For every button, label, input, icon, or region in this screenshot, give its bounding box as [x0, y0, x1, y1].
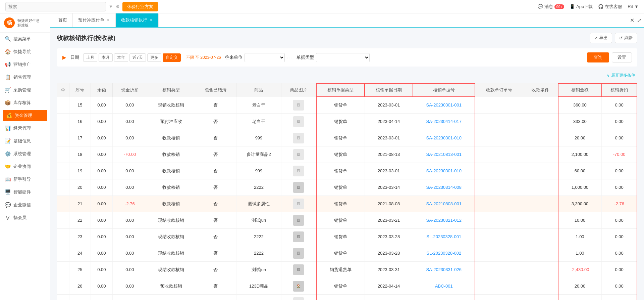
date-btn-7days[interactable]: 近7天 — [129, 53, 146, 62]
sidebar-item-quick-nav[interactable]: 🏠快捷导航 — [0, 45, 50, 58]
top-bar-search-area: ▼ ⚙ 休验行业方案 — [5, 2, 534, 11]
tab-prepay[interactable]: 预付冲应付单 × — [73, 13, 116, 27]
cancel-no-link[interactable]: SL-20230328-002 — [426, 251, 461, 256]
sidebar-item-finance[interactable]: 💰资金管理 — [3, 110, 47, 121]
voucher-type-select[interactable] — [316, 53, 370, 62]
cancel-no-link[interactable]: SA-20210808-001 — [426, 201, 462, 206]
row-included: 否 — [195, 212, 236, 228]
table-header: ⚙ 序号 余额 现金折扣 核销类型 包含已结清 商品 商品图片 核销单据类型 核… — [57, 83, 637, 97]
row-receipt-condition — [523, 228, 558, 245]
online-service-link[interactable]: 🎧 在线客服 — [598, 4, 622, 10]
tab-prepay-close[interactable]: × — [106, 18, 110, 23]
filter-settings-button[interactable]: 设置 — [612, 52, 632, 62]
sidebar-item-wechat[interactable]: 💬企业微信 — [0, 199, 50, 211]
row-cancel-amount: 1.00 — [558, 245, 602, 261]
table-row: 20 0.00 0.00 收款核销 否 2222 🖼 销货单 2023-03-1… — [57, 179, 637, 196]
partner-select[interactable] — [245, 53, 285, 62]
export-button[interactable]: ↗ 导出 — [590, 33, 612, 43]
sidebar-icon-wechat: 💬 — [5, 202, 11, 208]
tab-home[interactable]: 首页 — [53, 13, 73, 27]
user-account[interactable]: Rit ▼ — [628, 4, 639, 9]
date-btn-this-month[interactable]: 本月 — [99, 53, 113, 62]
col-cancel-discount: 核销折扣 — [602, 83, 637, 97]
sidebar-item-inventory[interactable]: 📦库存核算 — [0, 96, 50, 109]
row-no: 26 — [69, 278, 91, 294]
industry-solution-button[interactable]: 休验行业方案 — [122, 2, 158, 11]
col-settings[interactable]: ⚙ — [57, 83, 69, 97]
sidebar-item-marketing[interactable]: 📢营销推广 — [0, 58, 50, 71]
cancel-no-link[interactable]: SA-20210813-001 — [426, 152, 462, 157]
sidebar-item-purchase[interactable]: 🛒采购管理 — [0, 84, 50, 96]
filter-toggle-icon[interactable]: ▶ — [62, 54, 66, 60]
sidebar-item-search-menu[interactable]: 🔍搜索菜单 — [0, 33, 50, 45]
cancel-no-link[interactable]: SA-20230301-001 — [426, 102, 462, 108]
col-settings-cell — [57, 261, 69, 278]
user-label: Rit — [628, 4, 633, 9]
cancel-no-link[interactable]: ABC-001 — [435, 284, 453, 289]
row-cancel-amount: 360.00 — [558, 97, 602, 113]
tab-collection[interactable]: 收款核销执行 × — [116, 13, 159, 27]
search-button[interactable]: 查询 — [587, 52, 609, 62]
sidebar-icon-enterprise: 🤝 — [5, 164, 11, 170]
row-goods-img: 🖼 — [281, 179, 316, 196]
global-search-input[interactable] — [5, 2, 106, 11]
row-cancel-amount: 60.00 — [558, 163, 602, 179]
row-cancel-amount: 20.00 — [558, 130, 602, 146]
cancel-no-link[interactable]: SA-20230301-010 — [426, 135, 462, 140]
date-btn-this-year[interactable]: 本年 — [114, 53, 128, 62]
tab-bar-actions: ✕ ⤢ — [630, 17, 641, 24]
filter-bar: ▶ 日期 上月 本月 本年 近7天 更多 自定义 不限 至 2023-07-26… — [57, 48, 637, 67]
settings-icon[interactable]: ⚙ — [116, 4, 120, 9]
sidebar-item-system[interactable]: ⚙️系统管理 — [0, 147, 50, 160]
row-cancel-date: 2023-03-28 — [365, 245, 413, 261]
refresh-button[interactable]: ↺ 刷新 — [615, 33, 637, 43]
sidebar-item-sales[interactable]: 📋销售管理 — [0, 71, 50, 84]
cancel-no-link[interactable]: SL-20230328-001 — [426, 234, 461, 239]
sidebar-item-operation[interactable]: 📊经营管理 — [0, 122, 50, 135]
date-btn-more[interactable]: 更多 — [147, 53, 161, 62]
date-btn-last-month[interactable]: 上月 — [83, 53, 97, 62]
cancel-no-link[interactable]: SA-20230414-017 — [426, 119, 462, 124]
sidebar-icon-system: ⚙️ — [5, 151, 11, 157]
cancel-no-link[interactable]: SA-20230301-010 — [426, 168, 462, 173]
sidebar-item-enterprise[interactable]: 🤝企业协同 — [0, 160, 50, 173]
col-settings-cell — [57, 97, 69, 113]
sidebar-icon-quick-nav: 🏠 — [5, 49, 11, 55]
tab-maximize-icon[interactable]: ⤢ — [637, 17, 641, 24]
product-image: 🖼 — [293, 297, 304, 300]
row-receipt-condition — [523, 113, 558, 130]
sidebar-item-guide[interactable]: 📖新手引导 — [0, 173, 50, 186]
col-goods: 商品 — [236, 83, 281, 97]
product-image: 🖼 — [293, 264, 304, 275]
col-cash-discount: 现金折扣 — [112, 83, 147, 97]
row-cancel-type: 现结收款核销 — [147, 228, 195, 245]
sidebar-item-member[interactable]: V畅会员 — [0, 211, 50, 224]
product-image: 🖼 — [293, 248, 304, 259]
row-cancel-amount: 3,390.00 — [558, 196, 602, 212]
cancel-no-link[interactable]: SA-20230321-012 — [426, 218, 462, 223]
date-filter-label: 日期 — [70, 54, 79, 60]
row-cancel-date: 2021-08-08 — [365, 196, 413, 212]
cancel-no-link[interactable]: SA-20230314-008 — [426, 185, 462, 190]
col-settings-cell — [57, 163, 69, 179]
app-download-link[interactable]: 📱 App下载 — [570, 4, 593, 10]
app-icon: 📱 — [570, 4, 575, 9]
row-receipt-order — [475, 196, 523, 212]
main-layout: 畅 畅捷通好生意标准版 🔍搜索菜单🏠快捷导航📢营销推广📋销售管理🛒采购管理📦库存… — [0, 13, 644, 300]
notification-area[interactable]: 💬 消息 99+ — [538, 4, 564, 10]
tab-window-close-icon[interactable]: ✕ — [630, 17, 634, 24]
row-cancel-type: 预收款核销 — [147, 278, 195, 294]
row-cancel-no: SL-20230328-002 — [413, 245, 475, 261]
sidebar-icon-basic: 📝 — [5, 138, 11, 144]
date-range-text: 不限 至 2023-07-26 — [186, 55, 221, 60]
date-btn-custom[interactable]: 自定义 — [163, 53, 181, 62]
row-cancel-date: 2023-03-01 — [365, 163, 413, 179]
sidebar-item-hardware[interactable]: 🖥️智能硬件 — [0, 186, 50, 199]
row-included: 否 — [195, 228, 236, 245]
product-image: 🖼 — [293, 199, 304, 209]
tab-collection-close[interactable]: × — [149, 18, 153, 23]
cancel-no-link[interactable]: SA-20230331-026 — [426, 267, 462, 272]
message-icon: 💬 — [538, 4, 543, 9]
expand-more-btn[interactable]: ∨ 展开更多条件 — [605, 71, 637, 80]
sidebar-item-basic[interactable]: 📝基础信息 — [0, 135, 50, 147]
